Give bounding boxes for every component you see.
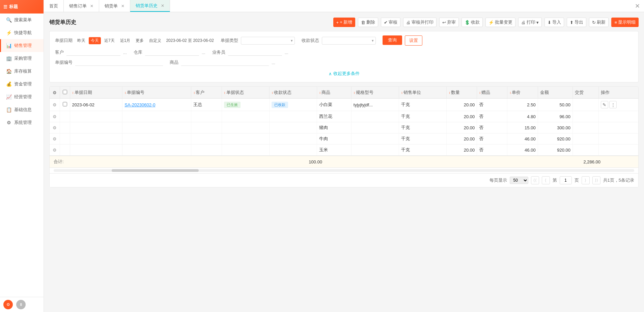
doc-no-input[interactable]	[75, 59, 163, 66]
scroll-thumb[interactable]	[112, 169, 199, 172]
purchase-icon: 🏢	[6, 56, 11, 61]
sidebar-item-quicknav[interactable]: ⚡ 快捷导航	[0, 26, 44, 39]
tab-sales-delivery[interactable]: 销货单 ✕	[99, 0, 130, 12]
row-docno	[122, 122, 191, 133]
print-button[interactable]: 🖨 打印 ▾	[518, 18, 542, 27]
batch-change-button[interactable]: ⚡ 批量变更	[485, 18, 515, 27]
row-customer	[191, 145, 222, 156]
sidebar-item-sales[interactable]: 📊 销售管理	[0, 39, 44, 52]
audit-print-button[interactable]: 🖨 审核并打印	[403, 18, 437, 27]
new-button[interactable]: + + 新增	[333, 18, 356, 27]
goods-ellipsis[interactable]: ...	[272, 60, 275, 65]
doc-type-select[interactable]	[241, 37, 295, 45]
row-checkbox[interactable]	[60, 145, 70, 156]
customer-ellipsis[interactable]: ...	[123, 50, 127, 55]
doc-link[interactable]: SA-20230602-0	[124, 102, 155, 107]
row-customer: 王总	[191, 99, 222, 111]
prev-page-btn[interactable]: ⟨	[542, 176, 550, 184]
customer-input[interactable]	[66, 49, 120, 56]
new-icon: +	[336, 20, 339, 25]
export-button[interactable]: ⬆ 导出	[567, 18, 586, 27]
data-table: ⚙ ↕单据日期 ↕单据编号 ↕客户 ↕单据状态 ↕收款状态 ↕商品 ↕规格型号 …	[50, 87, 638, 156]
checkbox-col-header[interactable]	[60, 87, 70, 99]
row-gift: 否	[477, 122, 507, 133]
collapse-button[interactable]: ∧ 收起更多条件	[326, 69, 362, 78]
more-action-btn[interactable]: ⋮	[609, 101, 617, 108]
row-docstatus	[222, 145, 269, 156]
settings-col-header[interactable]: ⚙	[50, 87, 60, 99]
row-spec	[351, 122, 399, 133]
sidebar-item-system[interactable]: ⚙ 系统管理	[0, 116, 44, 129]
tab-sales-history[interactable]: 销货单历史 ✕	[130, 0, 170, 12]
filter-doc-type: 单据类型	[221, 37, 295, 45]
abandon-button[interactable]: ↩ 弃审	[439, 18, 459, 27]
sidebar-item-finance[interactable]: 💰 资金管理	[0, 78, 44, 90]
row-action	[598, 145, 638, 156]
tab-sales-delivery-close[interactable]: ✕	[121, 4, 124, 8]
page-size-select[interactable]: 50 100	[510, 177, 528, 184]
close-all-tabs-btn[interactable]: ✕	[631, 2, 644, 10]
abandon-icon: ↩	[442, 20, 446, 25]
show-detail-button[interactable]: ≡ 显示明细	[611, 18, 639, 27]
date-7days[interactable]: 近7天	[102, 37, 117, 44]
date-custom[interactable]: 自定义	[147, 37, 163, 44]
row-checkbox[interactable]	[60, 133, 70, 145]
row-checkbox[interactable]	[60, 99, 70, 111]
row-trans	[573, 133, 598, 145]
sidebar-item-basic[interactable]: 📋 基础信息	[0, 103, 44, 116]
import-button[interactable]: ⬇ 导入	[544, 18, 564, 27]
set-button[interactable]: 设置	[405, 35, 422, 46]
scroll-track[interactable]	[54, 169, 634, 172]
first-page-btn[interactable]: ⟨⟨	[531, 176, 539, 184]
date-today[interactable]: 今天	[89, 37, 101, 44]
date-yesterday[interactable]: 昨天	[75, 37, 87, 44]
sidebar-item-inventory[interactable]: 🏠 库存核算	[0, 65, 44, 78]
row-date	[70, 111, 122, 122]
row-checkbox[interactable]	[60, 111, 70, 122]
sidebar-pause-btn[interactable]: ⏸	[16, 300, 26, 309]
row-unit: 千克	[399, 99, 446, 111]
salesperson-input[interactable]	[228, 49, 282, 56]
goods-input[interactable]	[181, 59, 269, 66]
row-settings: ⚙	[50, 99, 60, 111]
row-checkbox[interactable]	[60, 122, 70, 133]
page-label: 第	[553, 177, 557, 183]
tab-sales-order[interactable]: 销售订单 ✕	[64, 0, 99, 12]
delete-button[interactable]: 🗑 删除	[358, 18, 378, 27]
next-page-btn[interactable]: ⟩	[582, 176, 590, 184]
page-input[interactable]	[560, 176, 572, 184]
table-row: ⚙ 玉米 千克 20.00 否 46.00 920.00	[50, 145, 638, 156]
sidebar-item-operation[interactable]: 📈 经营管理	[0, 90, 44, 103]
row-check[interactable]	[63, 102, 67, 106]
tab-home[interactable]: 首页	[44, 0, 64, 12]
query-button[interactable]: 查询	[383, 35, 402, 45]
last-page-btn[interactable]: ⟩⟩	[592, 176, 600, 184]
row-qty: 20.00	[447, 122, 477, 133]
sidebar-settings-btn[interactable]: ⚙	[3, 300, 13, 309]
collect-status-select[interactable]	[322, 37, 376, 45]
sidebar-item-purchase[interactable]: 🏢 采购管理	[0, 52, 44, 65]
row-docno[interactable]: SA-20230602-0	[122, 99, 191, 111]
warehouse-input[interactable]	[145, 49, 199, 56]
select-all-checkbox[interactable]	[63, 90, 67, 94]
collect-button[interactable]: 💲 收款	[461, 18, 483, 27]
tab-sales-order-close[interactable]: ✕	[90, 4, 93, 8]
row-qty: 20.00	[447, 145, 477, 156]
audit-button[interactable]: ✔ 审核	[381, 18, 400, 27]
edit-action-btn[interactable]: ✎	[601, 101, 608, 108]
refresh-button[interactable]: ↻ 刷新	[589, 18, 609, 27]
warehouse-ellipsis[interactable]: ...	[202, 50, 205, 55]
row-trans	[573, 111, 598, 122]
tab-sales-history-label: 销货单历史	[136, 3, 158, 9]
row-price: 15.00	[507, 122, 538, 133]
sidebar-item-basic-label: 基础信息	[14, 107, 32, 113]
date-more[interactable]: 更多	[134, 37, 146, 44]
finance-icon: 💰	[6, 81, 11, 87]
filter-area: 单据日期 昨天 今天 近7天 近1月 更多 自定义 2023-06-02 至 2…	[49, 31, 639, 82]
row-docno	[122, 133, 191, 145]
table-header-row: ⚙ ↕单据日期 ↕单据编号 ↕客户 ↕单据状态 ↕收款状态 ↕商品 ↕规格型号 …	[50, 87, 638, 99]
date-1month[interactable]: 近1月	[118, 37, 133, 44]
salesperson-ellipsis[interactable]: ...	[285, 50, 288, 55]
sidebar-item-search[interactable]: 🔍 搜索菜单	[0, 14, 44, 26]
tab-sales-history-close[interactable]: ✕	[161, 3, 164, 8]
